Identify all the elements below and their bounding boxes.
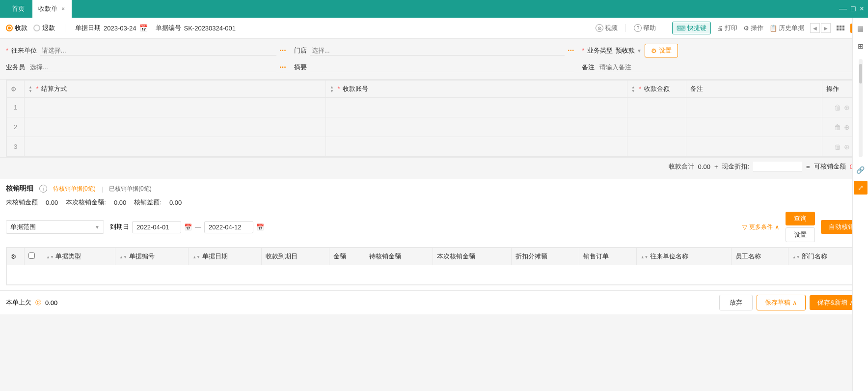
more-conditions-btn[interactable]: 更多条件 (749, 223, 773, 231)
store-input[interactable] (310, 46, 565, 56)
calendar-start-icon[interactable]: 📅 (184, 223, 192, 231)
notes-col-header: 备注 (686, 81, 822, 98)
business-type-select[interactable]: 预收款 ▼ (616, 46, 642, 55)
verify-verified-tab[interactable]: 已核销单据(0笔) (109, 185, 152, 193)
divider3 (664, 24, 664, 32)
close-btn[interactable]: × (860, 4, 864, 13)
notes-input[interactable] (597, 62, 862, 72)
sidebar-grid-icon[interactable]: ⊞ (854, 39, 868, 53)
video-btn[interactable]: ⊙ 视频 (596, 24, 618, 32)
upper-value: 0.00 (45, 299, 57, 307)
tab-home-label: 首页 (12, 4, 25, 13)
upper-info-icon[interactable]: ⓪ (35, 299, 41, 307)
verify-type-header: ▲▼ 单据类型 (42, 248, 115, 265)
sidebar-table-icon[interactable]: ▦ (854, 22, 868, 35)
operation-btn[interactable]: ⚙ 操作 (743, 24, 763, 32)
radio-return[interactable]: 退款 (33, 24, 55, 32)
date-field: 单据日期 2023-03-24 📅 (75, 24, 148, 32)
row2-amount[interactable] (627, 117, 686, 137)
page-main: 收款 退款 单据日期 2023-03-24 📅 单据编号 SK-20230324… (0, 18, 868, 391)
row3-account[interactable] (326, 137, 627, 157)
row2-delete-icon[interactable]: 🗑 (834, 123, 841, 131)
nav-next-btn[interactable]: ▶ (821, 23, 831, 33)
discount-input[interactable] (753, 162, 802, 171)
row1-notes[interactable] (686, 98, 822, 117)
row1-copy-icon[interactable]: ⊕ (844, 104, 850, 112)
row3-amount[interactable] (627, 137, 686, 157)
verify-select-all[interactable] (28, 252, 35, 259)
row3-delete-icon[interactable]: 🗑 (834, 143, 841, 151)
help-btn[interactable]: ? 帮助 (634, 24, 656, 32)
verify-tab-divider: | (102, 185, 103, 193)
verify-stats: 未核销金额 0.00 本次核销金额: 0.00 核销差额: 0.00 (6, 198, 862, 207)
scope-select[interactable]: 单据范围 ▼ (6, 220, 104, 234)
verify-header: 核销明细 i 待核销单据(0笔) | 已核销单据(0笔) (6, 184, 862, 193)
shortcut-btn[interactable]: ⌨ 快捷键 (672, 22, 711, 34)
diff-label: 核销差额: (134, 198, 162, 207)
operation-icon: ⚙ (743, 25, 749, 32)
chevron-up-icon: ∧ (775, 223, 780, 231)
verify-employee-header: 员工名称 (731, 248, 788, 265)
salesperson-field: 业务员 ··· (6, 62, 286, 72)
tab-home[interactable]: 首页 (4, 0, 32, 18)
tab-close-btn[interactable]: × (60, 5, 66, 12)
summary-input[interactable] (310, 62, 574, 72)
verify-info-icon[interactable]: i (39, 185, 47, 193)
history-btn[interactable]: 📋 历史单据 (769, 24, 804, 32)
minimize-btn[interactable]: — (839, 4, 847, 13)
row1-amount[interactable] (627, 98, 686, 117)
row2-account[interactable] (326, 117, 627, 137)
operation-label: 操作 (751, 24, 763, 32)
row1-settlement[interactable] (25, 98, 326, 117)
calendar-end-icon[interactable]: 📅 (256, 223, 264, 231)
salesperson-more-btn[interactable]: ··· (279, 63, 286, 72)
summary-label: 摘要 (294, 63, 307, 72)
verify-sales-order-header: 销售订单 (579, 248, 636, 265)
gear-col-header[interactable]: ⚙ (7, 81, 25, 98)
row3-notes[interactable] (686, 137, 822, 157)
row1-account[interactable] (326, 98, 627, 117)
verify-settings-btn[interactable]: 设置 (786, 227, 815, 242)
row1-delete-icon[interactable]: 🗑 (834, 104, 841, 112)
number-value: SK-20230324-001 (184, 25, 236, 32)
due-start-input[interactable] (132, 221, 181, 233)
due-end-input[interactable] (204, 221, 253, 233)
verify-gear-icon[interactable]: ⚙ (11, 253, 17, 260)
scrollbar[interactable] (859, 59, 863, 157)
sidebar-link-icon[interactable]: 🔗 (854, 163, 868, 177)
settings-btn[interactable]: ⚙ 设置 (645, 44, 678, 57)
history-icon: 📋 (769, 25, 777, 32)
row3-settlement[interactable] (25, 137, 326, 157)
nav-prev-btn[interactable]: ◀ (810, 23, 820, 33)
counterpart-more-btn[interactable]: ··· (279, 46, 286, 55)
summary-row: 收款合计 0.00 + 现金折扣: = 可核销金额 0.00 (0, 157, 868, 175)
save-draft-btn[interactable]: 保存草稿 ∧ (757, 295, 806, 310)
calendar-icon[interactable]: 📅 (139, 24, 148, 32)
query-btn[interactable]: 查询 (786, 212, 815, 225)
radio-collection-dot (6, 25, 13, 31)
radio-collection[interactable]: 收款 (6, 24, 27, 32)
table-gear-icon[interactable]: ⚙ (11, 85, 17, 93)
row2-settlement[interactable] (25, 117, 326, 137)
verify-pending-tab[interactable]: 待核销单据(0笔) (53, 185, 96, 193)
row2-notes[interactable] (686, 117, 822, 137)
row3-copy-icon[interactable]: ⊕ (844, 143, 850, 151)
sidebar-expand-icon[interactable]: ⤢ (854, 181, 868, 195)
abandon-btn[interactable]: 放弃 (719, 295, 753, 310)
salesperson-input[interactable] (28, 62, 276, 72)
radio-return-label: 退款 (42, 24, 55, 32)
counterpart-input[interactable] (40, 46, 277, 56)
grid-view-btn[interactable] (837, 26, 844, 30)
due-label: 到期日 (110, 223, 129, 231)
maximize-btn[interactable]: □ (851, 4, 856, 13)
verify-gear-header[interactable]: ⚙ (7, 248, 25, 265)
toolbar-actions: ⊙ 视频 ? 帮助 ⌨ 快捷键 🖨 打印 ⚙ (596, 22, 862, 34)
row2-copy-icon[interactable]: ⊕ (844, 123, 850, 131)
verify-checkbox-header[interactable] (25, 248, 42, 265)
print-btn[interactable]: 🖨 打印 (717, 24, 737, 32)
divider1 (65, 24, 65, 32)
verify-number-header: ▲▼ 单据编号 (115, 248, 189, 265)
row-num-3: 3 (7, 137, 25, 157)
store-more-btn[interactable]: ··· (568, 46, 574, 55)
tab-active[interactable]: 收款单 × (32, 0, 72, 18)
